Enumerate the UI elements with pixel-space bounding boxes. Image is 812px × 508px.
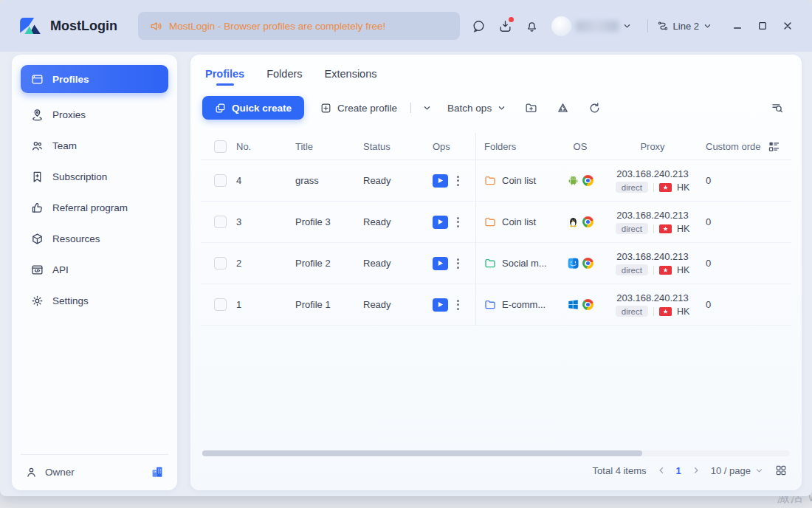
row-checkbox[interactable] — [214, 216, 227, 228]
table-row[interactable]: 3 Profile 3 Ready Coin list — [201, 202, 791, 243]
table-row[interactable]: 2 Profile 2 Ready Social m... — [201, 243, 791, 284]
line-switch-label: Line 2 — [673, 21, 699, 32]
hk-flag-icon — [659, 266, 672, 275]
sidebar-item-api[interactable]: API — [21, 258, 168, 281]
team-people-icon — [31, 140, 44, 152]
minimize-button[interactable] — [725, 13, 750, 38]
prev-page-icon[interactable] — [657, 466, 666, 475]
horizontal-scrollbar — [202, 450, 790, 456]
tab-extensions[interactable]: Extensions — [325, 68, 377, 87]
row-checkbox[interactable] — [214, 298, 227, 311]
sidebar: Profiles Proxies Team — [12, 55, 177, 490]
more-actions-icon[interactable] — [455, 215, 461, 230]
scrollbar-thumb[interactable] — [202, 450, 642, 456]
proxy-ip: 203.168.240.213 — [616, 251, 689, 262]
tab-profiles[interactable]: Profiles — [205, 68, 244, 87]
launch-profile-button[interactable] — [433, 298, 448, 312]
chrome-icon — [582, 216, 593, 227]
filter-search-icon[interactable] — [771, 101, 784, 114]
row-checkbox[interactable] — [214, 174, 227, 187]
row-checkbox[interactable] — [214, 257, 227, 270]
column-settings-icon[interactable] — [768, 140, 780, 153]
chevron-down-icon — [703, 22, 712, 30]
tab-folders[interactable]: Folders — [266, 68, 302, 87]
cell-no: 3 — [233, 216, 286, 227]
more-actions-icon[interactable] — [455, 174, 461, 188]
cell-custom-order: 0 — [704, 258, 766, 269]
maximize-button[interactable] — [750, 13, 775, 38]
folder-icon — [484, 175, 496, 187]
sidebar-item-resources[interactable]: Resources — [21, 227, 168, 250]
sidebar-item-subscription[interactable]: Subscription — [21, 165, 168, 188]
profiles-table: No. Title Status Ops Folders OS Proxy Cu… — [201, 133, 791, 326]
person-icon — [25, 466, 38, 478]
next-page-icon[interactable] — [692, 466, 701, 475]
bell-icon[interactable] — [519, 13, 546, 39]
quick-create-label: Quick create — [232, 103, 292, 114]
more-actions-icon[interactable] — [455, 256, 461, 271]
cell-title: Profile 2 — [286, 258, 357, 269]
proxy-region: HK — [677, 306, 689, 317]
sidebar-item-label: Settings — [52, 295, 89, 306]
page-size-label: 10 / page — [711, 465, 751, 476]
download-icon[interactable] — [492, 13, 519, 39]
support-icon[interactable] — [466, 13, 492, 39]
page-number[interactable]: 1 — [676, 465, 681, 476]
cell-status: Ready — [357, 299, 425, 310]
folder-plus-icon[interactable] — [525, 102, 537, 114]
close-button[interactable] — [775, 13, 800, 38]
account-menu[interactable] — [551, 16, 631, 36]
proxy-ip: 203.168.240.213 — [616, 292, 689, 303]
more-actions-icon[interactable] — [455, 298, 461, 312]
building-icon[interactable] — [151, 465, 164, 478]
chevron-down-icon — [498, 104, 506, 112]
sidebar-item-referral[interactable]: Referral program — [21, 196, 168, 219]
grid-view-icon[interactable] — [775, 464, 787, 476]
sidebar-item-label: Resources — [52, 233, 100, 244]
copy-squares-icon — [215, 103, 226, 114]
create-profile-button[interactable]: Create profile — [320, 103, 431, 114]
launch-profile-button[interactable] — [433, 216, 448, 229]
chrome-icon — [582, 299, 593, 310]
cell-folder: Social m... — [502, 258, 547, 269]
line-switch-dropdown[interactable]: Line 2 — [657, 20, 712, 32]
header-status[interactable]: Status — [357, 141, 425, 152]
hk-flag-icon — [659, 183, 672, 192]
proxy-region: HK — [677, 182, 689, 193]
owner-role: Owner — [25, 466, 75, 478]
quick-create-button[interactable]: Quick create — [202, 96, 304, 120]
proxy-mode-tag: direct — [616, 223, 648, 234]
table-row[interactable]: 1 Profile 1 Ready E-comm... — [201, 284, 791, 326]
page-size-dropdown[interactable]: 10 / page — [711, 465, 763, 476]
launch-profile-button[interactable] — [433, 257, 448, 270]
sidebar-item-team[interactable]: Team — [21, 134, 168, 157]
sidebar-item-proxies[interactable]: Proxies — [21, 103, 168, 126]
cell-status: Ready — [357, 258, 425, 269]
header-no[interactable]: No. — [233, 141, 286, 152]
proxy-region: HK — [677, 224, 689, 234]
sidebar-footer: Owner — [21, 454, 168, 481]
sidebar-item-label: Team — [52, 140, 77, 151]
sidebar-item-label: Subscription — [52, 171, 107, 182]
sidebar-item-settings[interactable]: Settings — [21, 289, 168, 312]
folder-icon — [484, 299, 496, 311]
table-row[interactable]: 4 grass Ready Coin list — [201, 160, 791, 202]
divider — [647, 19, 648, 32]
divider — [653, 224, 654, 233]
android-icon — [568, 175, 579, 186]
table-header-row: No. Title Status Ops Folders OS Proxy Cu… — [201, 133, 791, 160]
refresh-icon[interactable] — [588, 102, 601, 114]
sidebar-item-profiles[interactable]: Profiles — [21, 65, 168, 93]
cell-folder: E-comm... — [502, 299, 546, 310]
total-items-label: Total 4 items — [593, 465, 647, 476]
recycle-icon[interactable] — [557, 102, 569, 114]
batch-ops-dropdown[interactable]: Batch ops — [447, 103, 506, 114]
brand-name: MostLogin — [50, 18, 117, 34]
cell-custom-order: 0 — [704, 175, 766, 186]
select-all-checkbox[interactable] — [214, 140, 227, 153]
header-title[interactable]: Title — [286, 141, 357, 152]
divider — [653, 183, 654, 192]
announcement-banner[interactable]: MostLogin - Browser profiles are complet… — [138, 12, 460, 40]
chevron-down-icon — [623, 22, 631, 30]
launch-profile-button[interactable] — [433, 174, 448, 188]
